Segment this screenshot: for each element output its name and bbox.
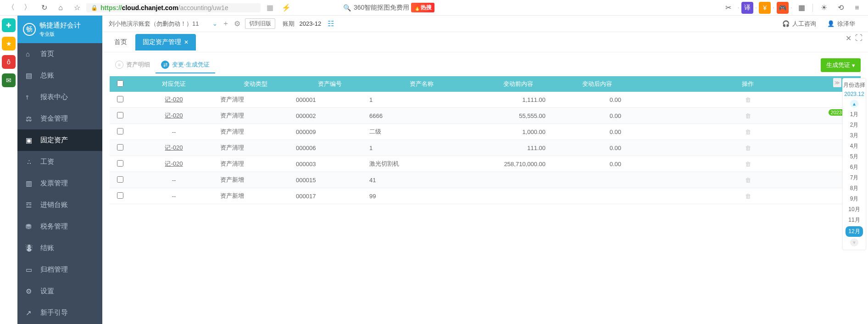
- row-checkbox[interactable]: [117, 96, 123, 102]
- delete-icon[interactable]: 🗑: [745, 112, 751, 119]
- nav-icon: ⛇: [26, 244, 34, 252]
- select-all-checkbox[interactable]: [117, 80, 123, 87]
- subtab-detail[interactable]: ≡资产明细: [110, 57, 156, 73]
- home-icon[interactable]: ⌂: [53, 0, 68, 15]
- delete-icon[interactable]: 🗑: [745, 193, 751, 200]
- sidebar-item-0[interactable]: ⌂首页: [17, 43, 102, 65]
- month-item[interactable]: 11月: [843, 215, 866, 225]
- sidebar-item-6[interactable]: ▥发票管理: [17, 173, 102, 194]
- url-path: /accounting/uw1e: [178, 4, 228, 11]
- brand[interactable]: 畅 畅捷通好会计 专业版: [17, 16, 102, 43]
- switch-old-button[interactable]: 切到旧版: [245, 18, 275, 29]
- table-row: 记-020资产清理0000061111.000.00🗑: [110, 140, 861, 156]
- month-item[interactable]: 7月: [843, 173, 866, 183]
- url-bar[interactable]: 🔒 https:// cloud. chanjet.com /accountin…: [86, 3, 261, 12]
- sidebar-item-7[interactable]: ☲进销台账: [17, 194, 102, 216]
- up-arrow-icon[interactable]: ▲: [850, 100, 858, 108]
- month-item[interactable]: 2月: [843, 120, 866, 130]
- voucher-link[interactable]: 记-020: [165, 112, 183, 119]
- row-checkbox[interactable]: [117, 144, 123, 151]
- menu-icon[interactable]: ≡: [850, 0, 864, 15]
- delete-icon[interactable]: 🗑: [745, 145, 751, 151]
- reload-icon[interactable]: ↻: [37, 0, 51, 15]
- brightness-icon[interactable]: ☀: [817, 0, 831, 15]
- nav-label: 结账: [40, 244, 54, 252]
- delete-icon[interactable]: 🗑: [745, 177, 751, 184]
- delete-icon[interactable]: 🗑: [745, 161, 751, 168]
- sidebar-item-8[interactable]: ⛃税务管理: [17, 216, 102, 237]
- dock-star-icon[interactable]: ★: [2, 37, 16, 50]
- user-menu[interactable]: 👤徐泽华: [827, 20, 855, 28]
- voucher-link[interactable]: 记-020: [165, 96, 183, 103]
- brand-logo-icon: 畅: [23, 23, 36, 36]
- expand-icon[interactable]: ⛶: [855, 34, 862, 43]
- nav-label: 固定资产: [40, 136, 68, 145]
- tab-home[interactable]: 首页: [107, 34, 134, 50]
- generate-voucher-button[interactable]: 生成凭证▾: [821, 58, 861, 72]
- translate-icon[interactable]: 译: [741, 2, 753, 14]
- month-item[interactable]: 5月: [843, 151, 866, 162]
- month-item[interactable]: 1月: [843, 109, 866, 120]
- voucher-link[interactable]: 记-020: [165, 144, 183, 151]
- month-item[interactable]: 8月: [843, 183, 866, 194]
- restore-icon[interactable]: ⟲: [833, 0, 848, 15]
- sidebar-item-9[interactable]: ⛇结账: [17, 237, 102, 259]
- sidebar-item-5[interactable]: ⛬工资: [17, 151, 102, 173]
- subtab-change-voucher[interactable]: ⇄变更·生成凭证: [156, 57, 215, 73]
- search-box[interactable]: 🔍 360智能抠图免费用 🔥 热搜: [343, 3, 434, 12]
- close-all-icon[interactable]: ✕: [846, 34, 851, 43]
- consult-button[interactable]: 🎧人工咨询: [782, 20, 816, 28]
- sidebar-item-4[interactable]: ▣固定资产: [17, 129, 102, 151]
- sidebar-item-12[interactable]: ↗新手引导: [17, 302, 102, 324]
- row-checkbox[interactable]: [117, 176, 123, 183]
- bolt-icon[interactable]: ⚡: [279, 0, 294, 15]
- nav-list: ⌂首页▤总账⫯报表中心⚖资金管理▣固定资产⛬工资▥发票管理☲进销台账⛃税务管理⛇…: [17, 43, 102, 324]
- sidebar-item-10[interactable]: ▭归档管理: [17, 259, 102, 280]
- game-icon[interactable]: 🎮: [777, 2, 789, 14]
- apps-icon[interactable]: ▦: [794, 0, 809, 15]
- qr-icon[interactable]: ▦: [262, 0, 277, 15]
- sidebar-item-1[interactable]: ▤总账: [17, 65, 102, 86]
- star-icon[interactable]: ☆: [70, 0, 84, 15]
- down-arrow-icon[interactable]: ▼: [850, 238, 858, 246]
- row-checkbox[interactable]: [117, 112, 123, 118]
- nav-label: 报表中心: [40, 93, 68, 101]
- nav-icon: ▤: [26, 72, 34, 80]
- nav-icon: ▥: [26, 179, 34, 188]
- sidebar-item-2[interactable]: ⫯报表中心: [17, 86, 102, 108]
- dock-app1-icon[interactable]: ✚: [2, 18, 16, 32]
- period-value[interactable]: 2023-12: [299, 20, 321, 27]
- back-icon[interactable]: 〈: [4, 0, 18, 15]
- table-row: --资产新增00001799🗑: [110, 188, 861, 204]
- tab-fixed-asset[interactable]: 固定资产管理✕: [135, 34, 196, 50]
- delete-icon[interactable]: 🗑: [745, 96, 751, 103]
- gear-icon[interactable]: ⚙: [234, 19, 240, 28]
- row-checkbox[interactable]: [117, 128, 123, 134]
- month-item[interactable]: 9月: [843, 194, 866, 204]
- voucher-link[interactable]: 记-020: [165, 160, 183, 167]
- sidebar-item-3[interactable]: ⚖资金管理: [17, 108, 102, 129]
- list-icon: ≡: [115, 61, 123, 69]
- account-selector[interactable]: 刘小艳演示账套（勿删勿动！）11 ⌄: [109, 20, 217, 28]
- month-item[interactable]: 10月: [843, 204, 866, 215]
- delete-icon[interactable]: 🗑: [745, 128, 751, 135]
- dock-weibo-icon[interactable]: ô: [2, 55, 16, 69]
- month-item[interactable]: 6月: [843, 162, 866, 173]
- wallet-icon[interactable]: ¥: [759, 2, 771, 14]
- forward-icon[interactable]: 〉: [20, 0, 35, 15]
- month-item[interactable]: 4月: [843, 141, 866, 151]
- calendar-icon[interactable]: ☷: [328, 19, 334, 28]
- sidebar-item-11[interactable]: ⚙设置: [17, 280, 102, 302]
- dock-mail-icon[interactable]: ✉: [2, 73, 16, 87]
- month-item[interactable]: 12月: [846, 226, 863, 237]
- scissors-icon[interactable]: ✂: [721, 0, 735, 15]
- chevron-down-icon: ⌄: [212, 20, 217, 27]
- collapse-month-icon[interactable]: ≫: [833, 78, 841, 87]
- row-checkbox[interactable]: [117, 160, 123, 167]
- close-icon[interactable]: ✕: [184, 39, 189, 45]
- add-icon[interactable]: ＋: [222, 19, 229, 28]
- nav-icon: ▣: [26, 136, 34, 145]
- month-item[interactable]: 3月: [843, 130, 866, 141]
- browser-chrome: 〈 〉 ↻ ⌂ ☆ 🔒 https:// cloud. chanjet.com …: [0, 0, 868, 16]
- row-checkbox[interactable]: [117, 192, 123, 199]
